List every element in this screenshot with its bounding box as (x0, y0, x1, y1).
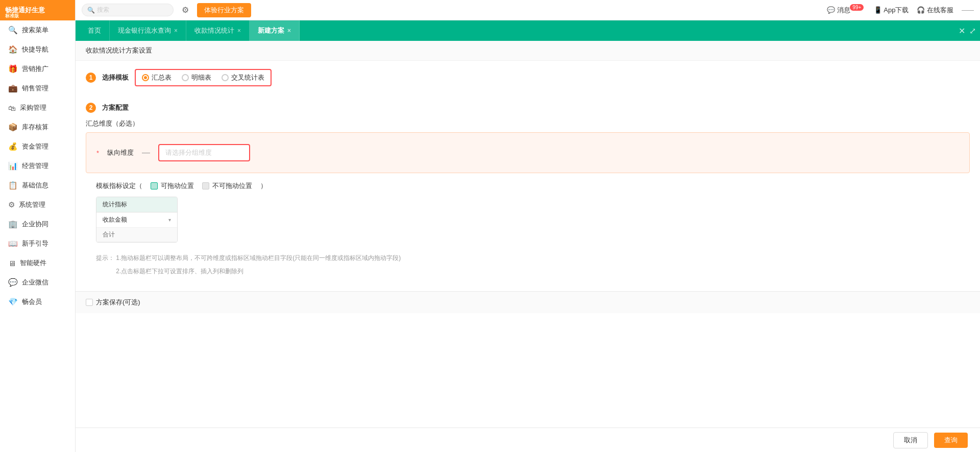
tab-close-bank-flow[interactable]: × (174, 27, 178, 34)
step1-label: 选择模板 (102, 73, 129, 82)
step1-section: 1 选择模板 汇总表 明细表 交叉统计表 (76, 61, 980, 103)
indicator-table-header: 统计指标 (96, 197, 177, 212)
sidebar-item-guide[interactable]: 📖 新手引导 (0, 234, 75, 253)
wechat-icon: 💬 (8, 278, 18, 287)
service-area[interactable]: 🎧 在线客服 (917, 6, 953, 15)
expand-window-icon[interactable]: ⤢ (969, 26, 976, 36)
indicator-section: 模板指标设定（ 可拖动位置 不可拖动位置 ） 统计指标 (86, 181, 970, 243)
sidebar-item-hardware[interactable]: 🖥 智能硬件 (0, 253, 75, 273)
search-icon: 🔍 (87, 7, 95, 14)
tab-home[interactable]: 首页 (80, 20, 110, 41)
indicator-title: 模板指标设定（ (96, 181, 142, 191)
legend-draggable: 可拖动位置 (151, 181, 194, 191)
sidebar-item-label-vip: 畅会员 (22, 297, 42, 306)
page-content: 收款情况统计方案设置 1 选择模板 汇总表 明细表 (76, 41, 980, 427)
sidebar-item-label-marketing: 营销推广 (22, 64, 48, 74)
footer-section: 方案保存(可选) (76, 291, 980, 313)
system-icon: ⚙ (8, 200, 15, 209)
sidebar-item-label-wechat: 企业微信 (22, 278, 48, 287)
save-plan-checkbox-label[interactable]: 方案保存(可选) (86, 298, 140, 307)
tab-new-plan[interactable]: 新建方案× (250, 20, 300, 41)
tab-close-new-plan[interactable]: × (287, 27, 291, 34)
sidebar-item-wechat[interactable]: 💬 企业微信 (0, 273, 75, 292)
sidebar-logo: 畅捷通好生意 标准版 (0, 0, 75, 20)
step1-row: 1 选择模板 汇总表 明细表 交叉统计表 (86, 69, 970, 86)
sidebar-item-vip[interactable]: 💎 畅会员 (0, 292, 75, 312)
draggable-legend-box (151, 182, 158, 189)
draggable-legend-label: 可拖动位置 (161, 181, 194, 191)
cancel-button[interactable]: 取消 (893, 432, 928, 448)
save-plan-checkbox[interactable] (86, 299, 93, 306)
notification-icon: 💬 (827, 6, 835, 14)
radio-summary[interactable]: 汇总表 (142, 73, 172, 82)
gear-icon[interactable]: ⚙ (182, 5, 189, 15)
radio-cross[interactable]: 交叉统计表 (222, 73, 264, 82)
page-title: 收款情况统计方案设置 (86, 46, 152, 54)
service-label: 在线客服 (927, 6, 953, 14)
radio-cross-label: 交叉统计表 (231, 73, 264, 82)
search-box[interactable]: 🔍 搜索 (82, 4, 174, 16)
chevron-down-icon: ▾ (168, 217, 171, 223)
tips-section: 提示： 1.拖动标题栏可以调整布局，不可跨维度或指标区域拖动栏目字段(只能在同一… (86, 243, 970, 283)
notification-label: 消息 (837, 6, 850, 14)
tab-label-home: 首页 (88, 26, 101, 35)
search-placeholder: 搜索 (97, 6, 109, 14)
vip-icon: 💎 (8, 297, 18, 306)
undraggable-legend-box (202, 182, 209, 189)
sidebar-item-corp[interactable]: 🏢 企业协同 (0, 215, 75, 234)
template-radio-group: 汇总表 明细表 交叉统计表 (135, 69, 272, 86)
undraggable-legend-label: 不可拖动位置 (212, 181, 252, 191)
download-label: App下载 (884, 6, 909, 14)
tab-label-new-plan: 新建方案 (258, 26, 284, 35)
quick-nav-icon: 🏠 (8, 45, 18, 54)
user-info: —— (962, 7, 974, 14)
sidebar-item-inventory[interactable]: 📦 库存核算 (0, 117, 75, 137)
sidebar-item-label-capital: 资金管理 (22, 142, 48, 151)
sidebar-item-label-operation: 经营管理 (22, 161, 48, 171)
sidebar-item-system[interactable]: ⚙ 系统管理 (0, 195, 75, 215)
sidebar-item-label-purchase: 采购管理 (20, 103, 46, 112)
sidebar-item-search-menu[interactable]: 🔍 搜索菜单 (0, 20, 75, 40)
radio-summary-label: 汇总表 (152, 73, 172, 82)
radio-detail-circle (182, 74, 189, 81)
industry-button[interactable]: 体验行业方案 (197, 3, 251, 17)
dim-vertical-label: 纵向维度 (107, 148, 134, 157)
dim-section-title: 汇总维度（必选） (86, 119, 970, 128)
sidebar-item-label-quick-nav: 快捷导航 (22, 45, 48, 54)
download-area[interactable]: 📱 App下载 (874, 6, 909, 15)
tabbar: 首页现金银行流水查询×收款情况统计×新建方案× ✕ ⤢ (76, 20, 980, 41)
topbar: 🔍 搜索 ⚙ 体验行业方案 💬 消息 99+ 📱 App下载 🎧 在线客服 —— (76, 0, 980, 20)
purchase-icon: 🛍 (8, 104, 16, 112)
tip-1: 提示： 1.拖动标题栏可以调整布局，不可跨维度或指标区域拖动栏目字段(只能在同一… (96, 253, 960, 264)
sidebar-item-label-corp: 企业协同 (22, 220, 48, 229)
tab-label-receipt-stats: 收款情况统计 (194, 26, 234, 35)
query-button[interactable]: 查询 (934, 433, 968, 448)
hardware-icon: 🖥 (8, 259, 16, 268)
indicator-cell-amount[interactable]: 收款金额 ▾ (96, 212, 177, 228)
topbar-right: 💬 消息 99+ 📱 App下载 🎧 在线客服 —— (827, 6, 974, 15)
indicator-header-row: 模板指标设定（ 可拖动位置 不可拖动位置 ） (96, 181, 960, 191)
sidebar-item-marketing[interactable]: 🎁 营销推广 (0, 59, 75, 79)
main-area: 🔍 搜索 ⚙ 体验行业方案 💬 消息 99+ 📱 App下载 🎧 在线客服 ——… (76, 0, 980, 452)
dim-select[interactable]: 请选择分组维度 (158, 144, 250, 161)
close-window-icon[interactable]: ✕ (959, 26, 965, 36)
radio-summary-circle (142, 74, 149, 81)
sidebar-item-quick-nav[interactable]: 🏠 快捷导航 (0, 40, 75, 59)
sidebar-item-basic-info[interactable]: 📋 基础信息 (0, 176, 75, 195)
tab-bank-flow[interactable]: 现金银行流水查询× (110, 20, 186, 41)
step2-badge: 2 (86, 103, 96, 113)
sidebar-item-operation[interactable]: 📊 经营管理 (0, 156, 75, 176)
step2-label: 方案配置 (102, 103, 129, 112)
indicator-subrow-total: 合计 (96, 228, 177, 242)
notification-area[interactable]: 💬 消息 99+ (827, 6, 866, 15)
tip-2: 提示： 2.点击标题栏下拉可设置排序、插入列和删除列 (96, 266, 960, 277)
radio-detail[interactable]: 明细表 (182, 73, 211, 82)
notification-badge: 99+ (850, 4, 864, 11)
step2-section: 2 方案配置 汇总维度（必选） * 纵向维度 — 请选择分组维度 模板指标设定（ (76, 103, 980, 291)
sidebar-item-label-guide: 新手引导 (22, 239, 48, 248)
sidebar-item-sales[interactable]: 💼 销售管理 (0, 79, 75, 98)
tab-close-receipt-stats[interactable]: × (237, 27, 241, 34)
sidebar-item-capital[interactable]: 💰 资金管理 (0, 137, 75, 156)
sidebar-item-purchase[interactable]: 🛍 采购管理 (0, 98, 75, 117)
tab-receipt-stats[interactable]: 收款情况统计× (186, 20, 250, 41)
